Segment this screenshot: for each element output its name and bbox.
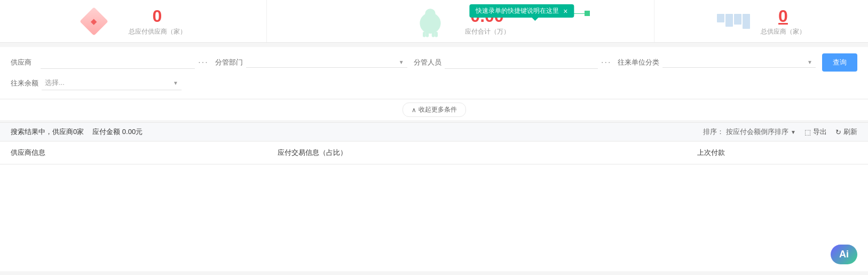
table-col-supplier-info: 供应商信息: [11, 148, 278, 158]
results-info: 搜索结果中，供应商0家: [11, 127, 84, 137]
building-icon: [717, 14, 750, 29]
balance-chevron-icon: ▼: [173, 80, 178, 86]
supplier-label: 供应商: [11, 58, 37, 67]
collapse-icon: ∧: [412, 106, 416, 114]
refresh-icon: ↻: [835, 128, 841, 136]
filter-row-1: 供应商 ··· 分管部门 ▼ 分管人员 ··· 往来单位分类 ▼: [11, 53, 857, 72]
balance-select[interactable]: 选择... ▼: [42, 76, 182, 90]
unit-category-label: 往来单位分类: [618, 58, 659, 67]
unit-category-chevron-icon: ▼: [807, 59, 812, 65]
filter-balance: 往来余额 选择... ▼: [11, 76, 182, 90]
manager-input[interactable]: [445, 56, 598, 69]
piggy-icon: [412, 3, 449, 40]
filter-bar: 供应商 ··· 分管部门 ▼ 分管人员 ··· 往来单位分类 ▼: [0, 47, 868, 99]
table-area: 供应商信息 应付交易信息（占比） 上次付款: [0, 142, 868, 271]
stat-total-suppliers: 0 总供应商（家）: [654, 0, 868, 42]
collapse-button[interactable]: ∧ 收起更多条件: [403, 103, 466, 117]
sort-label: 排序：: [703, 127, 724, 137]
svg-rect-5: [423, 32, 426, 37]
table-col-last-payment: 上次付款: [697, 148, 857, 158]
collapse-label: 收起更多条件: [419, 105, 457, 114]
tooltip-text: 快速录单的快捷键说明在这里: [476, 6, 559, 15]
stat-payable-total: 0.00 应付合计（万） 快速录单的快捷键说明在这里 ×: [267, 0, 654, 42]
sort-chevron-icon: ▼: [791, 129, 796, 135]
export-label: 导出: [813, 127, 827, 137]
table-body: [0, 164, 868, 271]
refresh-button[interactable]: ↻ 刷新: [835, 127, 857, 137]
department-select[interactable]: ▼: [246, 57, 407, 68]
tooltip-close[interactable]: ×: [563, 7, 567, 15]
manager-label: 分管人员: [414, 58, 441, 67]
manager-dots[interactable]: ···: [601, 58, 611, 67]
table-col-payable-info: 应付交易信息（占比）: [278, 148, 697, 158]
filter-department: 分管部门 ▼: [215, 57, 407, 68]
payable-suppliers-number: 0: [153, 6, 162, 26]
svg-point-2: [434, 19, 438, 22]
results-bar: 搜索结果中，供应商0家 应付金额 0.00元 排序： 按应付会额倒序排序 ▼ ⬚…: [0, 122, 868, 142]
refresh-label: 刷新: [843, 127, 857, 137]
tooltip-badge: 快速录单的快捷键说明在这里 ×: [469, 4, 574, 18]
export-icon: ⬚: [804, 128, 811, 136]
filter-supplier: 供应商 ···: [11, 56, 209, 69]
results-amount: 应付金额 0.00元: [92, 127, 143, 137]
filter-unit-category: 往来单位分类 ▼: [618, 57, 816, 68]
svg-point-1: [425, 9, 436, 19]
export-button[interactable]: ⬚ 导出: [804, 127, 827, 137]
svg-rect-6: [435, 32, 438, 37]
department-label: 分管部门: [215, 58, 243, 67]
ai-label[interactable]: Ai: [831, 245, 857, 264]
stat-payable-suppliers: ◆ 0 总应付供应商（家）: [0, 0, 267, 42]
svg-rect-3: [425, 32, 429, 37]
supplier-dots[interactable]: ···: [198, 58, 208, 67]
filter-row-2: 往来余额 选择... ▼: [11, 76, 857, 90]
svg-rect-4: [431, 32, 435, 37]
query-button[interactable]: 查询: [822, 53, 857, 72]
stats-bar: ◆ 0 总应付供应商（家） 0.00 应付合计（万） 快速录单的快捷键说明在这里…: [0, 0, 868, 43]
total-suppliers-label: 总供应商（家）: [761, 27, 806, 36]
table-header: 供应商信息 应付交易信息（占比） 上次付款: [0, 142, 868, 164]
filter-manager: 分管人员 ···: [414, 56, 612, 69]
results-actions: 排序： 按应付会额倒序排序 ▼ ⬚ 导出 ↻ 刷新: [703, 127, 857, 137]
payable-suppliers-label: 总应付供应商（家）: [129, 27, 186, 36]
total-suppliers-number: 0: [778, 6, 788, 26]
payable-total-label: 应付合计（万）: [465, 27, 510, 36]
department-chevron-icon: ▼: [399, 59, 404, 65]
collapse-bar: ∧ 收起更多条件: [0, 99, 868, 120]
sort-value: 按应付会额倒序排序: [726, 127, 788, 137]
supplier-input[interactable]: [41, 56, 195, 69]
balance-value: 选择...: [45, 78, 173, 88]
balance-label: 往来余额: [11, 78, 38, 88]
sort-dropdown[interactable]: 排序： 按应付会额倒序排序 ▼: [703, 127, 796, 137]
unit-category-select[interactable]: ▼: [662, 57, 816, 68]
